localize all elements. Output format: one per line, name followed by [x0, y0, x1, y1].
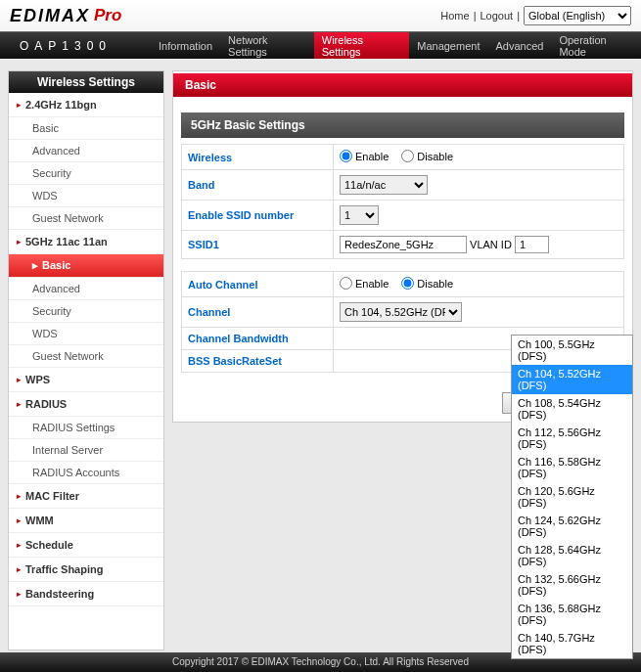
sidebar: Wireless Settings ▸2.4GHz 11bgn Basic Ad… [8, 70, 164, 650]
channel-option[interactable]: Ch 100, 5.5GHz (DFS) [512, 336, 632, 365]
channel-option[interactable]: Ch 108, 5.54GHz (DFS) [512, 394, 632, 424]
nav-management[interactable]: Management [409, 32, 487, 59]
sidebar-group-wmm[interactable]: ▸WMM [9, 509, 163, 533]
label-wireless: Wireless [182, 145, 334, 170]
label-vlanid: VLAN ID [470, 239, 512, 250]
channel-option[interactable]: Ch 132, 5.66GHz (DFS) [512, 570, 632, 600]
channel-option[interactable]: Ch 112, 5.56GHz (DFS) [512, 424, 632, 453]
language-select[interactable]: Global (English) [524, 6, 631, 25]
sidebar-item-security-5g[interactable]: Security [9, 300, 163, 323]
radio-wireless-enable[interactable]: Enable [340, 150, 389, 162]
sidebar-item-wds-5g[interactable]: WDS [9, 323, 163, 345]
input-ssid1[interactable] [340, 236, 467, 253]
sidebar-item-basic[interactable]: Basic [9, 117, 163, 140]
select-band[interactable]: 11a/n/ac [340, 175, 428, 195]
radio-wireless-disable[interactable]: Disable [401, 150, 453, 162]
sidebar-group-traffic[interactable]: ▸Traffic Shaping [9, 558, 163, 582]
channel-option[interactable]: Ch 140, 5.7GHz (DFS) [512, 629, 632, 658]
logo: EDIMAX Pro [10, 6, 121, 26]
select-ssidnum[interactable]: 1 [340, 205, 379, 225]
home-link[interactable]: Home [440, 10, 469, 22]
sidebar-item-basic-5g[interactable]: ▸Basic [9, 254, 163, 278]
label-channel: Channel [182, 297, 334, 328]
label-autochan: Auto Channel [182, 272, 334, 297]
channel-option[interactable]: Ch 136, 5.68GHz (DFS) [512, 600, 632, 629]
sidebar-group-radius[interactable]: ▸RADIUS [9, 392, 163, 417]
nav-network-settings[interactable]: Network Settings [220, 32, 314, 59]
channel-option[interactable]: Ch 124, 5.62GHz (DFS) [512, 512, 632, 541]
sidebar-group-schedule[interactable]: ▸Schedule [9, 533, 163, 558]
nav-information[interactable]: Information [151, 32, 220, 59]
sidebar-item-radius-accounts[interactable]: RADIUS Accounts [9, 462, 163, 484]
sidebar-item-advanced[interactable]: Advanced [9, 140, 163, 162]
label-ssid1: SSID1 [182, 231, 334, 259]
logout-link[interactable]: Logout [480, 10, 513, 22]
section-heading: 5GHz Basic Settings [181, 112, 624, 138]
sidebar-item-wds[interactable]: WDS [9, 185, 163, 207]
input-vlanid[interactable] [515, 236, 549, 253]
channel-option[interactable]: Ch 120, 5.6GHz (DFS) [512, 482, 632, 512]
sidebar-item-radius-settings[interactable]: RADIUS Settings [9, 417, 163, 439]
channel-option[interactable]: Ch 104, 5.52GHz (DFS) [512, 365, 632, 394]
label-bandwidth: Channel Bandwidth [182, 328, 334, 350]
sidebar-item-internal-server[interactable]: Internal Server [9, 439, 163, 462]
model-label: OAP1300 [20, 39, 112, 53]
label-bss: BSS BasicRateSet [182, 350, 334, 373]
radio-autochan-disable[interactable]: Disable [401, 277, 453, 290]
sidebar-item-guest[interactable]: Guest Network [9, 207, 163, 230]
nav-wireless-settings[interactable]: Wireless Settings [314, 32, 409, 59]
nav-operation-mode[interactable]: Operation Mode [551, 32, 641, 59]
panel-basic: Basic 5GHz Basic Settings Wireless Enabl… [172, 70, 633, 423]
sidebar-group-wps[interactable]: ▸WPS [9, 368, 163, 392]
channel-option[interactable]: Ch 116, 5.58GHz (DFS) [512, 453, 632, 482]
label-band: Band [182, 170, 334, 201]
logo-suffix: Pro [94, 6, 121, 25]
sidebar-group-5ghz[interactable]: ▸5GHz 11ac 11an [9, 230, 163, 254]
panel-tab-label: Basic [173, 73, 632, 97]
sidebar-group-24ghz[interactable]: ▸2.4GHz 11bgn [9, 93, 163, 117]
select-channel[interactable]: Ch 104, 5.52GHz (DFS) [340, 302, 462, 322]
channel-option[interactable]: Ch 128, 5.64GHz (DFS) [512, 541, 632, 570]
sidebar-group-macfilter[interactable]: ▸MAC Filter [9, 484, 163, 509]
sidebar-item-advanced-5g[interactable]: Advanced [9, 278, 163, 300]
sidebar-title: Wireless Settings [9, 71, 163, 93]
channel-dropdown: Ch 100, 5.5GHz (DFS) Ch 104, 5.52GHz (DF… [511, 335, 633, 659]
sidebar-item-guest-5g[interactable]: Guest Network [9, 345, 163, 368]
label-ssidnum: Enable SSID number [182, 201, 334, 231]
radio-autochan-enable[interactable]: Enable [340, 277, 389, 290]
sidebar-item-security[interactable]: Security [9, 162, 163, 185]
logo-text: EDIMAX [10, 6, 90, 26]
nav-advanced[interactable]: Advanced [487, 32, 551, 59]
sidebar-group-bandsteering[interactable]: ▸Bandsteering [9, 582, 163, 606]
